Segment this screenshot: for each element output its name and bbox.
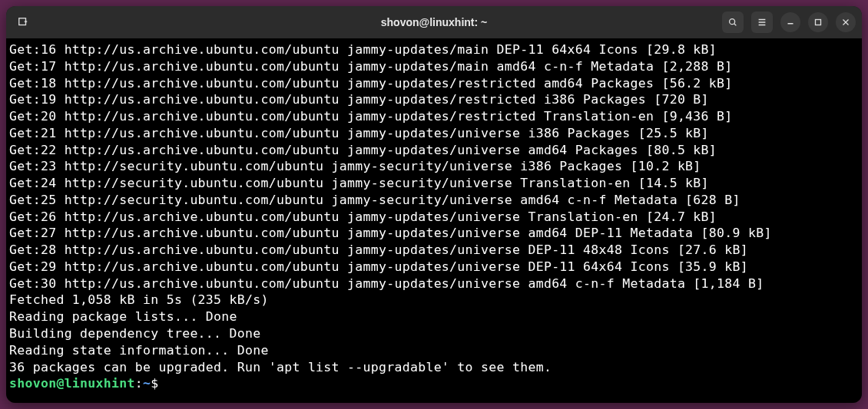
maximize-button[interactable] — [808, 12, 828, 32]
terminal-line: Get:25 http://security.ubuntu.com/ubuntu… — [9, 192, 859, 209]
prompt-path: ~ — [143, 376, 151, 391]
terminal-line: Reading state information... Done — [9, 342, 859, 359]
terminal-line: 36 packages can be upgraded. Run 'apt li… — [9, 359, 859, 376]
terminal-line: Get:16 http://us.archive.ubuntu.com/ubun… — [9, 41, 859, 58]
maximize-icon — [813, 17, 823, 28]
terminal-body[interactable]: Get:16 http://us.archive.ubuntu.com/ubun… — [6, 38, 862, 403]
svg-line-4 — [734, 24, 737, 26]
terminal-line: Get:28 http://us.archive.ubuntu.com/ubun… — [9, 242, 859, 259]
minimize-icon — [785, 17, 796, 28]
titlebar-right — [722, 12, 856, 33]
terminal-line: Get:22 http://us.archive.ubuntu.com/ubun… — [9, 142, 859, 159]
prompt-line: shovon@linuxhint:~$ — [9, 375, 859, 392]
svg-point-3 — [730, 19, 735, 25]
prompt-dollar: $ — [151, 376, 158, 391]
terminal-line: Get:21 http://us.archive.ubuntu.com/ubun… — [9, 125, 859, 142]
titlebar: shovon@linuxhint: ~ — [6, 6, 862, 38]
hamburger-icon — [757, 17, 767, 28]
close-icon — [840, 17, 851, 28]
window-title: shovon@linuxhint: ~ — [381, 16, 487, 28]
prompt-user-host: shovon@linuxhint — [9, 376, 135, 391]
prompt-colon: : — [135, 376, 143, 391]
terminal-line: Get:27 http://us.archive.ubuntu.com/ubun… — [9, 225, 859, 242]
terminal-line: Get:24 http://security.ubuntu.com/ubuntu… — [9, 175, 859, 192]
titlebar-left — [12, 12, 34, 33]
terminal-line: Get:20 http://us.archive.ubuntu.com/ubun… — [9, 108, 859, 125]
terminal-line: Reading package lists... Done — [9, 308, 859, 325]
search-icon — [727, 17, 738, 28]
minimize-button[interactable] — [780, 12, 800, 32]
terminal-window: shovon@linuxhint: ~ — [6, 6, 862, 403]
search-button[interactable] — [722, 12, 744, 33]
terminal-line: Fetched 1,058 kB in 5s (235 kB/s) — [9, 292, 859, 308]
terminal-line: Get:23 http://security.ubuntu.com/ubuntu… — [9, 158, 859, 175]
terminal-line: Get:17 http://us.archive.ubuntu.com/ubun… — [9, 58, 859, 75]
terminal-line: Get:26 http://us.archive.ubuntu.com/ubun… — [9, 209, 859, 226]
new-tab-icon — [18, 17, 28, 28]
terminal-line: Get:29 http://us.archive.ubuntu.com/ubun… — [9, 259, 859, 275]
terminal-line: Get:19 http://us.archive.ubuntu.com/ubun… — [9, 91, 859, 108]
svg-rect-9 — [816, 20, 821, 25]
terminal-line: Building dependency tree... Done — [9, 325, 859, 342]
close-button[interactable] — [836, 12, 856, 32]
menu-button[interactable] — [751, 12, 773, 33]
new-tab-button[interactable] — [12, 12, 34, 33]
terminal-line: Get:30 http://us.archive.ubuntu.com/ubun… — [9, 275, 859, 292]
terminal-line: Get:18 http://us.archive.ubuntu.com/ubun… — [9, 75, 859, 92]
